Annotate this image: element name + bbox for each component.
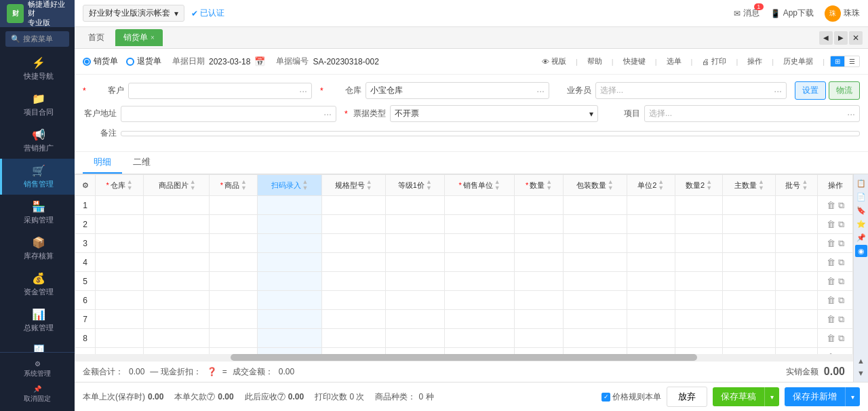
table-cell[interactable] [258, 215, 321, 234]
row-delete-btn[interactable]: 🗑 [827, 314, 835, 324]
table-cell[interactable] [210, 272, 258, 291]
sidebar-item-sales[interactable]: 🛒 销售管理 [0, 159, 75, 195]
table-cell[interactable] [723, 272, 776, 291]
table-cell[interactable] [563, 310, 627, 329]
table-cell[interactable] [258, 310, 321, 329]
table-cell[interactable] [144, 215, 210, 234]
table-cell[interactable] [776, 234, 818, 253]
horizontal-scrollbar[interactable] [75, 354, 853, 361]
search-menu-button[interactable]: 🔍 搜索菜单 [5, 31, 69, 47]
row-copy-btn[interactable]: ⧉ [838, 257, 844, 268]
table-cell[interactable] [321, 253, 385, 272]
table-cell[interactable] [444, 272, 515, 291]
table-cell[interactable] [258, 196, 321, 215]
right-panel-scroll-up[interactable]: ▲ [855, 355, 867, 367]
table-cell[interactable] [515, 234, 563, 253]
radio-return-order[interactable]: 退货单 [126, 56, 161, 67]
tab-prev-arrow[interactable]: ◀ [819, 31, 833, 45]
table-cell[interactable] [385, 291, 444, 310]
tab-close-icon[interactable]: × [151, 34, 155, 41]
table-cell[interactable] [96, 215, 144, 234]
table-cell[interactable] [96, 196, 144, 215]
table-cell[interactable] [321, 310, 385, 329]
table-cell[interactable] [96, 310, 144, 329]
table-cell[interactable] [144, 196, 210, 215]
table-cell[interactable] [144, 234, 210, 253]
table-cell[interactable] [444, 196, 515, 215]
table-cell[interactable] [563, 234, 627, 253]
table-cell[interactable] [96, 329, 144, 348]
table-cell[interactable] [563, 196, 627, 215]
table-cell[interactable] [776, 329, 818, 348]
table-cell[interactable] [675, 234, 723, 253]
table-cell[interactable] [444, 348, 515, 355]
table-cell[interactable] [723, 234, 776, 253]
table-cell[interactable] [385, 329, 444, 348]
project-dots[interactable]: ··· [847, 109, 855, 119]
table-cell[interactable] [258, 291, 321, 310]
table-cell[interactable] [627, 329, 675, 348]
table-cell[interactable] [144, 272, 210, 291]
table-cell[interactable] [675, 348, 723, 355]
table-cell[interactable] [675, 215, 723, 234]
table-cell[interactable] [723, 310, 776, 329]
table-cell[interactable] [776, 348, 818, 355]
right-panel-scroll-down[interactable]: ▼ [855, 367, 867, 379]
table-cell[interactable] [210, 196, 258, 215]
table-cell[interactable] [627, 215, 675, 234]
right-panel-icon-5[interactable]: 📌 [855, 231, 867, 243]
row-copy-btn[interactable]: ⧉ [838, 333, 844, 344]
discount-help-icon[interactable]: ❓ [207, 367, 217, 376]
row-copy-btn[interactable]: ⧉ [838, 200, 844, 211]
warehouse-dots[interactable]: ··· [536, 85, 545, 96]
toolbar-history-btn[interactable]: 历史单据 [779, 54, 817, 68]
table-cell[interactable] [675, 272, 723, 291]
customer-dots[interactable]: ··· [299, 85, 307, 96]
view-grid-btn[interactable]: ⊞ [831, 56, 845, 66]
table-cell[interactable] [444, 215, 515, 234]
sidebar-item-invoicing[interactable]: 🧾 发票管理 [0, 338, 75, 352]
table-cell[interactable] [258, 272, 321, 291]
table-cell[interactable] [258, 348, 321, 355]
row-copy-btn[interactable]: ⧉ [838, 295, 844, 306]
sidebar-item-quick-nav[interactable]: ⚡ 快捷导航 [0, 51, 75, 87]
table-cell[interactable] [258, 253, 321, 272]
table-cell[interactable] [144, 310, 210, 329]
sidebar-item-accounts[interactable]: 📊 总账管理 [0, 302, 75, 338]
table-cell[interactable] [210, 329, 258, 348]
app-download-button[interactable]: 📱 App下载 [770, 7, 814, 19]
table-cell[interactable] [321, 272, 385, 291]
table-cell[interactable] [723, 215, 776, 234]
table-cell[interactable] [444, 310, 515, 329]
table-cell[interactable] [776, 215, 818, 234]
table-cell[interactable] [627, 253, 675, 272]
table-cell[interactable] [675, 196, 723, 215]
table-cell[interactable] [627, 272, 675, 291]
save-new-button[interactable]: 保存并新增 [785, 387, 845, 406]
table-cell[interactable] [258, 234, 321, 253]
table-cell[interactable] [444, 253, 515, 272]
table-cell[interactable] [144, 291, 210, 310]
table-cell[interactable] [210, 215, 258, 234]
table-cell[interactable] [321, 196, 385, 215]
table-cell[interactable] [627, 291, 675, 310]
table-cell[interactable] [675, 253, 723, 272]
table-cell[interactable] [515, 253, 563, 272]
table-cell[interactable] [515, 348, 563, 355]
save-new-dropdown[interactable]: ▾ [845, 387, 860, 406]
table-cell[interactable] [385, 272, 444, 291]
table-cell[interactable] [723, 329, 776, 348]
address-input[interactable]: ··· [121, 106, 336, 122]
toolbar-select-btn[interactable]: 选单 [663, 54, 686, 68]
address-dots[interactable]: ··· [323, 109, 332, 119]
table-cell[interactable] [515, 329, 563, 348]
table-cell[interactable] [515, 215, 563, 234]
table-cell[interactable] [210, 291, 258, 310]
table-cell[interactable] [385, 310, 444, 329]
right-panel-icon-1[interactable]: 📋 [855, 177, 867, 189]
table-cell[interactable] [210, 253, 258, 272]
table-cell[interactable] [321, 348, 385, 355]
table-cell[interactable] [563, 291, 627, 310]
salesperson-dots[interactable]: ··· [774, 85, 782, 96]
tab-2d[interactable]: 二维 [122, 152, 161, 174]
